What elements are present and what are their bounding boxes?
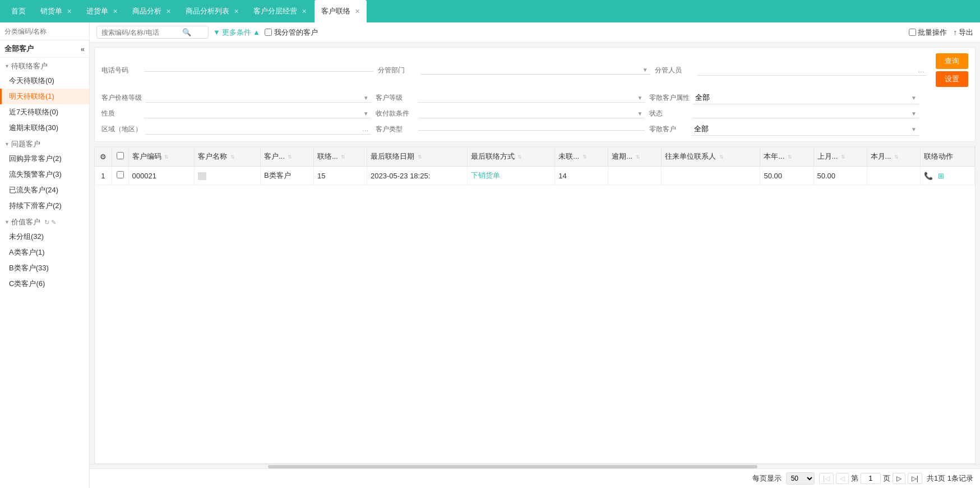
col-last-month[interactable]: 上月... ⇅ [813, 147, 867, 167]
nav-purchase-order[interactable]: 进货单 ✕ [80, 0, 124, 22]
first-page-button[interactable]: |◁ [819, 473, 834, 484]
dots-icon[interactable]: … [918, 66, 924, 74]
sidebar-item-7days-contact[interactable]: 近7天待联络(0) [0, 104, 89, 120]
col-customer-name[interactable]: 客户名称 ⇅ [195, 147, 261, 167]
search-icon[interactable]: 🔍 [182, 28, 191, 36]
filter-nature-select[interactable]: ▼ [144, 109, 371, 118]
nav-sales-order[interactable]: 销货单 ✕ [34, 0, 78, 22]
more-conditions-button[interactable]: ▼ 更多条件 ▲ [213, 27, 260, 38]
col-gear[interactable]: ⚙ [95, 147, 112, 167]
filter-customer-type-select[interactable] [418, 128, 645, 131]
my-customers-check[interactable] [265, 29, 272, 36]
sidebar-item-c-class[interactable]: C类客户(6) [0, 276, 89, 292]
sort-icon: ⇅ [230, 154, 235, 160]
filter-retail-attr-select[interactable]: 全部 ▼ [693, 91, 919, 104]
close-icon[interactable]: ✕ [355, 8, 360, 15]
search-box[interactable]: 🔍 [96, 26, 209, 39]
group-value-customers[interactable]: 价值客户 ↻ ✎ [0, 214, 89, 229]
filter-status: 状态 ▼ [649, 109, 919, 118]
chevron-down-icon: ▼ [911, 111, 917, 117]
query-button[interactable]: 查询 [936, 53, 968, 69]
per-page-select[interactable]: 50 100 200 [786, 472, 815, 485]
close-icon[interactable]: ✕ [113, 8, 118, 15]
col-contact-count[interactable]: 联络... ⇅ [314, 147, 367, 167]
customer-code-cell: 000021 [128, 167, 195, 185]
col-this-year[interactable]: 本年... ⇅ [760, 147, 813, 167]
filter-price-level-select[interactable]: ▼ [145, 94, 371, 103]
sidebar-item-a-class[interactable]: A类客户(1) [0, 245, 89, 260]
page-input[interactable] [861, 473, 881, 484]
setting-button[interactable]: 设置 [936, 71, 968, 87]
select-all-checkbox[interactable] [117, 152, 124, 159]
col-last-contact-method[interactable]: 最后联络方式 ⇅ [467, 147, 555, 167]
nav-product-analysis-list[interactable]: 商品分析列表 ✕ [179, 0, 246, 22]
export-icon: ↑ [954, 28, 958, 36]
close-icon[interactable]: ✕ [234, 8, 239, 15]
horizontal-scrollbar[interactable] [90, 464, 980, 468]
action-more-icon[interactable]: ⊞ [938, 172, 944, 180]
col-contact-person[interactable]: 往来单位联系人 ⇅ [662, 147, 760, 167]
filter-manager-input[interactable]: … [697, 65, 927, 76]
group-pending-contact[interactable]: 待联络客户 [0, 58, 89, 73]
all-customers-header[interactable]: 全部客户 « [0, 40, 89, 58]
export-button[interactable]: ↑ 导出 [954, 27, 974, 38]
nav-home[interactable]: 首页 [4, 0, 33, 22]
col-last-contact-date[interactable]: 最后联络日期 ⇅ [367, 147, 468, 167]
search-input[interactable] [101, 29, 180, 36]
nav-customer-layered[interactable]: 客户分层经营 ✕ [247, 0, 313, 22]
my-customers-checkbox[interactable]: 我分管的客户 [265, 27, 318, 38]
batch-operation-button[interactable]: 批量操作 [909, 27, 947, 38]
action-contact-icon[interactable]: 📞 [924, 172, 933, 180]
filter-payment-select[interactable]: ▼ [418, 109, 645, 118]
collapse-icon[interactable]: « [81, 45, 85, 53]
sidebar-item-tomorrow-contact[interactable]: 明天待联络(1) [0, 89, 89, 104]
filter-status-select[interactable]: ▼ [692, 109, 919, 118]
next-page-button[interactable]: ▷ [893, 473, 905, 484]
batch-check[interactable] [909, 29, 916, 36]
sort-icon: ⇅ [583, 154, 587, 160]
nav-product-analysis[interactable]: 商品分析 ✕ [126, 0, 178, 22]
filter-retail-customer-select[interactable]: 全部 ▼ [692, 123, 919, 136]
row-checkbox[interactable] [117, 171, 124, 178]
close-icon[interactable]: ✕ [302, 8, 307, 15]
col-customer-type[interactable]: 客户... ⇅ [260, 147, 313, 167]
sidebar-item-ungrouped[interactable]: 未分组(32) [0, 229, 89, 245]
filter-retail-customer-label: 零散客户 [649, 125, 688, 134]
last-contact-method-cell[interactable]: 下销货单 [467, 167, 555, 185]
col-this-month[interactable]: 本月... ⇅ [867, 147, 920, 167]
close-icon[interactable]: ✕ [67, 8, 72, 15]
filter-customer-level-select[interactable]: ▼ [418, 94, 645, 103]
last-page-button[interactable]: ▷| [908, 473, 922, 484]
col-customer-code[interactable]: 客户编码 ⇅ [128, 147, 195, 167]
sort-icon: ⇅ [894, 154, 899, 160]
filter-region-select[interactable]: … [145, 124, 371, 135]
chevron-down-icon: ▼ [363, 111, 369, 117]
overdue-cell [608, 167, 662, 185]
sidebar-item-b-class[interactable]: B类客户(33) [0, 260, 89, 276]
sidebar-item-today-contact[interactable]: 今天待联络(0) [0, 73, 89, 89]
prev-page-button[interactable]: ◁ [836, 473, 849, 484]
col-overdue[interactable]: 逾期... ⇅ [608, 147, 662, 167]
sidebar-item-churned[interactable]: 已流失客户(24) [0, 182, 89, 198]
filter-dept-select[interactable]: ▼ [420, 66, 650, 75]
group-problem-customers[interactable]: 问题客户 [0, 136, 89, 151]
sidebar-search-input[interactable] [4, 27, 89, 35]
sidebar-item-churn-warning[interactable]: 流失预警客户(3) [0, 167, 89, 182]
last-contact-method-link[interactable]: 下销货单 [471, 171, 500, 179]
scrollbar-thumb[interactable] [268, 465, 757, 468]
filter-customer-type: 客户类型 [376, 125, 645, 134]
footer: 每页显示 50 100 200 |◁ ◁ 第 页 ▷ ▷| 共1页 1条记录 [90, 468, 980, 488]
edit-icon[interactable]: ✎ [51, 219, 56, 226]
dots-icon[interactable]: … [362, 125, 369, 133]
row-index: 1 [95, 167, 112, 185]
page-unit: 页 [883, 473, 890, 484]
chevron-down-icon: ▼ [911, 95, 917, 101]
sidebar-item-declining[interactable]: 持续下滑客户(2) [0, 198, 89, 214]
refresh-icon[interactable]: ↻ [44, 219, 49, 226]
close-icon[interactable]: ✕ [166, 8, 171, 15]
col-uncontacted[interactable]: 未联... ⇅ [555, 147, 608, 167]
nav-customer-contact[interactable]: 客户联络 ✕ [315, 0, 367, 22]
filter-phone-input[interactable] [144, 69, 373, 72]
sidebar-item-repurchase-abnormal[interactable]: 回购异常客户(2) [0, 151, 89, 167]
sidebar-item-overdue-contact[interactable]: 逾期未联络(30) [0, 120, 89, 136]
